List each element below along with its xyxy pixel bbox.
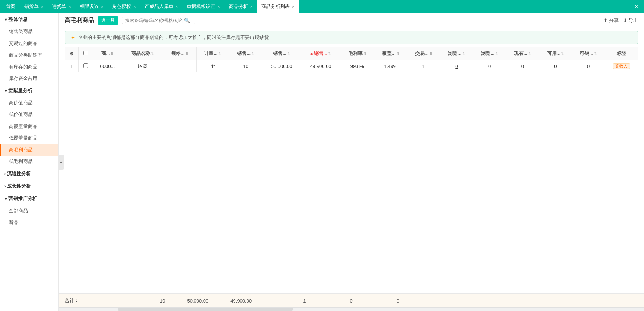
col-tag[interactable]: 标签 — [605, 47, 638, 60]
export-button[interactable]: ⬇ 导出 — [623, 17, 638, 24]
sidebar-group-circulation[interactable]: › 流通性分析 — [0, 167, 58, 180]
chevron-down-icon: ∨ — [4, 18, 7, 22]
sort-icon: ⇅ — [111, 52, 114, 55]
row-sellable-stock: 0 — [572, 60, 605, 72]
sort-icon: ⇅ — [561, 52, 564, 55]
sidebar-item-stock-capital[interactable]: 库存资金占用 — [0, 73, 58, 84]
sidebar-collapse-button[interactable]: « — [59, 155, 64, 170]
select-all-checkbox[interactable] — [83, 51, 88, 55]
sidebar-item-sales-products[interactable]: 销售类商品 — [0, 26, 58, 37]
col-current-stock[interactable]: 现有... ⇅ — [506, 47, 539, 60]
close-icon[interactable]: × — [250, 4, 252, 9]
footer-current-stock: 0 — [350, 298, 352, 304]
sidebar-item-low-value[interactable]: 低价值商品 — [0, 109, 58, 120]
product-table-container: ⚙ 商... ⇅ 商品名称 — [65, 47, 638, 293]
search-input[interactable] — [125, 18, 184, 23]
sidebar-item-all-products[interactable]: 全部商品 — [0, 205, 58, 217]
nav-item-template-settings[interactable]: 单据模板设置 × — [182, 0, 224, 13]
sidebar-wrapper: ∨ 整体信息 销售类商品 交易过的商品 商品分类助销率 有库存的商品 库存资金占… — [0, 13, 59, 311]
col-views2[interactable]: 浏览... ⇅ — [473, 47, 506, 60]
nav-item-sales[interactable]: 销货单 × — [20, 0, 47, 13]
col-available-stock[interactable]: 可用... ⇅ — [539, 47, 572, 60]
col-sales-qty[interactable]: 销售... ⇅ — [229, 47, 262, 60]
footer-totals: 合计： 10 50,000.00 49,900.00 1 0 0 — [59, 293, 644, 307]
search-icon[interactable]: 🔍 — [184, 18, 190, 23]
col-unit[interactable]: 计量... ⇅ — [196, 47, 229, 60]
row-tag: 高收入 — [605, 60, 638, 72]
sidebar-group-overall[interactable]: ∨ 整体信息 — [0, 13, 58, 26]
nav-item-auth-settings[interactable]: 权限设置 × — [75, 0, 108, 13]
nav-item-finished-goods[interactable]: 产成品入库单 × — [140, 0, 182, 13]
share-button[interactable]: ⬆ 分享 — [604, 17, 619, 24]
sort-icon: ⇅ — [218, 52, 221, 55]
nav-item-product-analysis[interactable]: 商品分析 × — [224, 0, 257, 13]
product-table: ⚙ 商... ⇅ 商品名称 — [65, 47, 638, 72]
share-icon: ⬆ — [604, 18, 608, 23]
nav-item-product-analysis-list[interactable]: 商品分析列表 × — [257, 0, 299, 13]
sidebar-item-new-products[interactable]: 新品 — [0, 217, 58, 228]
col-settings[interactable]: ⚙ — [65, 47, 79, 60]
sidebar-group-contribution[interactable]: ∨ 贡献量分析 — [0, 84, 58, 97]
row-available-stock: 0 — [539, 60, 572, 72]
nav-item-home[interactable]: 首页 — [1, 0, 20, 13]
sort-icon: ⇅ — [363, 52, 366, 55]
content-header: 高毛利商品 近一月 🔍 ⬆ 分享 ⬇ 导出 — [59, 13, 644, 28]
col-sales-cost[interactable]: ● 销售... ⇅ — [301, 47, 340, 60]
sidebar-group-growth[interactable]: › 成长性分析 — [0, 180, 58, 192]
col-code[interactable]: 商... ⇅ — [93, 47, 122, 60]
close-icon[interactable]: × — [176, 4, 178, 9]
content-area: 高毛利商品 近一月 🔍 ⬆ 分享 ⬇ 导出 ✦ 企业的主要的利润都是这部分商品创… — [59, 13, 644, 311]
row-name: 运费 — [122, 60, 163, 72]
sort-icon: ⇅ — [528, 52, 531, 55]
row-sales-amt: 50,000.00 — [262, 60, 301, 72]
sidebar-item-high-value[interactable]: 高价值商品 — [0, 97, 58, 109]
scrollbar-track[interactable] — [118, 308, 293, 311]
col-transactions[interactable]: 交易... ⇅ — [407, 47, 440, 60]
row-checkbox-cell[interactable] — [79, 60, 93, 72]
nav-item-purchase[interactable]: 进货单 × — [47, 0, 75, 13]
col-name[interactable]: 商品名称 ⇅ — [122, 47, 163, 60]
col-checkbox[interactable] — [79, 47, 93, 60]
sort-icon: ⇅ — [396, 52, 399, 55]
row-sales-cost: 49,900.00 — [301, 60, 340, 72]
row-checkbox[interactable] — [83, 63, 88, 68]
sidebar: ∨ 整体信息 销售类商品 交易过的商品 商品分类助销率 有库存的商品 库存资金占… — [0, 13, 59, 311]
close-icon[interactable]: × — [133, 4, 136, 9]
close-icon[interactable]: × — [68, 4, 71, 9]
sort-icon: ⇅ — [495, 52, 498, 55]
sidebar-item-category-sales-rate[interactable]: 商品分类助销率 — [0, 49, 58, 61]
chevron-right-icon: › — [4, 172, 6, 176]
sidebar-item-in-stock-products[interactable]: 有库存的商品 — [0, 61, 58, 73]
chevron-down-icon: ∨ — [4, 197, 7, 201]
close-icon[interactable]: × — [292, 4, 294, 9]
col-gross-margin[interactable]: 毛利率 ⇅ — [340, 47, 374, 60]
col-coverage[interactable]: 覆盖... ⇅ — [374, 47, 407, 60]
footer-transactions: 1 — [303, 298, 306, 304]
chevron-down-icon: ∨ — [4, 89, 7, 93]
close-all-tabs-button[interactable]: × — [630, 3, 643, 10]
sidebar-item-high-coverage[interactable]: 高覆盖量商品 — [0, 120, 58, 132]
info-icon: ✦ — [71, 35, 75, 40]
sidebar-item-low-margin[interactable]: 低毛利商品 — [0, 156, 58, 167]
table-row: 1 0000... 运费 个 10 50,000.00 49,900.00 99… — [65, 60, 638, 72]
sidebar-item-low-coverage[interactable]: 低覆盖量商品 — [0, 132, 58, 144]
top-navigation: 首页 销货单 × 进货单 × 权限设置 × 角色授权 × 产成品入库单 × 单据… — [0, 0, 644, 13]
sort-icon: ⇅ — [429, 52, 432, 55]
sort-icon: ⇅ — [151, 52, 154, 55]
horizontal-scrollbar[interactable] — [59, 307, 644, 311]
sidebar-group-marketing[interactable]: ∨ 营销推广分析 — [0, 192, 58, 205]
col-spec[interactable]: 规格... ⇅ — [163, 47, 196, 60]
close-icon[interactable]: × — [217, 4, 220, 9]
sidebar-item-high-margin[interactable]: 高毛利商品 — [0, 144, 58, 156]
col-sales-amt[interactable]: 销售... ⇅ — [262, 47, 301, 60]
filter-month-button[interactable]: 近一月 — [98, 16, 118, 25]
sort-icon: ⇅ — [594, 52, 597, 55]
sidebar-item-traded-products[interactable]: 交易过的商品 — [0, 37, 58, 49]
close-icon[interactable]: × — [101, 4, 103, 9]
row-coverage: 1.49% — [374, 60, 407, 72]
close-icon[interactable]: × — [41, 4, 43, 9]
nav-item-role-auth[interactable]: 角色授权 × — [108, 0, 140, 13]
row-views1[interactable]: 0 — [440, 60, 473, 72]
col-sellable-stock[interactable]: 可销... ⇅ — [572, 47, 605, 60]
col-views1[interactable]: 浏览... ⇅ — [440, 47, 473, 60]
